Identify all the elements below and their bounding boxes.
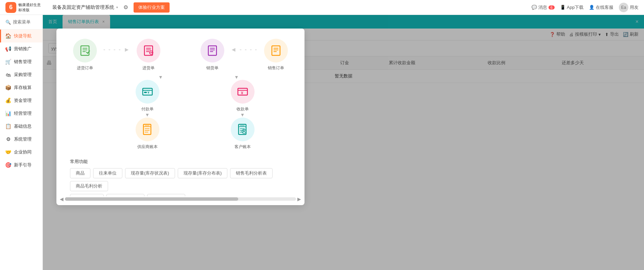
common-btn-payment-stats[interactable]: 付款情况统计	[147, 194, 185, 196]
common-btn-partner[interactable]: 往来单位	[93, 168, 122, 178]
sidebar-item-system[interactable]: ⚙ 系统管理	[0, 133, 42, 146]
logo-icon: 6	[5, 2, 16, 13]
arrow-down-sales: ▼	[225, 74, 248, 80]
flow-node-customer-ledger[interactable]: 客户账本	[231, 118, 255, 150]
payment-label: 付款单	[141, 106, 154, 112]
trial-button[interactable]: 体验行业方案	[134, 2, 170, 13]
system-icon: ⚙	[5, 136, 11, 142]
arrow-1: - - - - ►	[103, 46, 130, 53]
scroll-handle[interactable]	[65, 197, 238, 201]
message-icon: 💬	[532, 5, 537, 10]
flow-node-sales-order[interactable]: 销售订单	[264, 39, 288, 71]
receipt-circle: ¥	[231, 80, 255, 104]
sidebar-item-guide[interactable]: 🎯 新手引导	[0, 159, 42, 172]
sidebar-item-marketing[interactable]: 📢 营销推广	[0, 42, 42, 55]
sidebar-item-basic-info[interactable]: 📋 基础信息	[0, 120, 42, 133]
collab-icon: 🤝	[5, 149, 11, 155]
svg-rect-20	[144, 92, 147, 93]
sidebar-item-collab[interactable]: 🤝 企业协同	[0, 146, 42, 159]
common-btn-receipt-stats[interactable]: 收款情况统计	[106, 194, 144, 196]
modal-box: 进货订单 - - - - ► 进货单	[56, 29, 304, 205]
flow-node-purchase-slip[interactable]: 进货单	[137, 39, 160, 71]
modal-overlay[interactable]: 进货订单 - - - - ► 进货单	[43, 15, 644, 270]
purchase-slip-circle	[137, 39, 160, 62]
flow-node-payment[interactable]: ¥ 付款单	[136, 80, 159, 112]
scroll-right-arrow[interactable]: ▶	[297, 196, 301, 202]
common-btn-stock-status[interactable]: 现存量(库存状况表)	[125, 168, 175, 178]
arrow-down-payment: ▼	[136, 112, 159, 118]
svg-rect-33	[240, 125, 245, 126]
supplier-ledger-circle	[136, 118, 159, 141]
svg-rect-4	[144, 46, 153, 55]
customer-ledger-label: 客户账本	[234, 144, 251, 150]
sidebar: 🔍 搜索菜单 🏠 快捷导航 📢 营销推广 🛒 销售管理 🛍	[0, 15, 43, 270]
sidebar-item-finance[interactable]: 💰 资金管理	[0, 94, 42, 107]
purchase-order-circle	[73, 39, 97, 62]
purchase-order-label: 进货订单	[77, 65, 93, 71]
system-dropdown-icon[interactable]: ▾	[116, 5, 118, 9]
download-icon: 📱	[560, 5, 565, 10]
sales-order-circle	[264, 39, 288, 62]
purchase-icon: 🛍	[5, 72, 11, 78]
service-icon: 👤	[589, 5, 594, 10]
supplier-ledger-label: 供应商账本	[137, 144, 158, 150]
common-btn-sales-profit[interactable]: 销售毛利分析表	[230, 168, 273, 178]
top-right-area: 💬 消息 6 📱 App下载 👤 在线客服 Ea 用友	[532, 3, 639, 12]
flow-node-supplier-ledger[interactable]: 供应商账本	[136, 118, 159, 150]
common-buttons-row2: 销售排行榜 收款情况统计 付款情况统计	[70, 194, 291, 196]
finance-icon: 💰	[5, 97, 11, 104]
sidebar-search[interactable]: 🔍 搜索菜单	[0, 15, 42, 30]
guide-icon: 🎯	[5, 162, 11, 168]
arrow-down-purchase: ▼	[149, 74, 173, 80]
logo-text: 畅康通好生意 标准版	[18, 2, 41, 12]
scroll-track[interactable]	[65, 197, 296, 201]
home-icon: 🏠	[5, 33, 11, 39]
modal-scrollbar-row: ◀ ▶	[56, 196, 304, 205]
inventory-icon: 📦	[5, 85, 11, 91]
common-functions-section: 常用功能 商品 往来单位 现存量(库存状况表) 现存量(库存分布表) 销售毛利分…	[70, 155, 291, 196]
marketing-icon: 📢	[5, 46, 11, 52]
logo-area: 6 畅康通好生意 标准版	[5, 2, 48, 13]
sidebar-nav: 🏠 快捷导航 📢 营销推广 🛒 销售管理 🛍 采购管理 📦 库存核	[0, 30, 42, 270]
svg-rect-10	[208, 46, 216, 55]
message-badge: 6	[549, 5, 555, 10]
management-icon: 📊	[5, 110, 11, 116]
svg-rect-14	[272, 46, 280, 55]
arrow-down-receipt: ▼	[231, 112, 255, 118]
common-btn-sales-rank[interactable]: 销售排行榜	[70, 194, 104, 196]
avatar: Ea	[619, 3, 628, 12]
modal-content: 进货订单 - - - - ► 进货单	[56, 29, 304, 196]
search-icon: 🔍	[5, 20, 11, 25]
common-btn-goods-profit[interactable]: 商品毛利分析	[70, 181, 108, 191]
message-btn[interactable]: 💬 消息 6	[532, 4, 555, 11]
sidebar-item-management[interactable]: 📊 经营管理	[0, 107, 42, 120]
sales-slip-circle	[201, 39, 224, 62]
basic-info-icon: 📋	[5, 123, 11, 129]
purchase-slip-label: 进货单	[142, 65, 155, 71]
sidebar-item-purchase[interactable]: 🛍 采购管理	[0, 68, 42, 81]
sidebar-item-sales[interactable]: 🛒 销售管理	[0, 55, 42, 68]
flow-node-purchase-order[interactable]: 进货订单	[73, 39, 97, 71]
sidebar-item-quicknav[interactable]: 🏠 快捷导航	[0, 30, 42, 42]
online-service-btn[interactable]: 👤 在线客服	[589, 4, 613, 11]
sidebar-item-inventory[interactable]: 📦 库存核算	[0, 81, 42, 94]
user-area[interactable]: Ea 用友	[619, 3, 639, 12]
sales-slip-label: 销货单	[206, 65, 219, 71]
system-title: 装备及固定资产辅助管理系统 ▾	[52, 4, 118, 11]
flow-node-sales-slip[interactable]: 销货单	[201, 39, 224, 71]
common-btn-goods[interactable]: 商品	[70, 168, 90, 178]
receipt-label: 收款单	[237, 106, 249, 112]
flow-node-receipt[interactable]: ¥ 收款单	[231, 80, 255, 112]
arrow-2: ◄ - - - -	[230, 46, 258, 53]
customer-ledger-circle	[231, 118, 255, 141]
sales-icon: 🛒	[5, 59, 11, 65]
common-buttons-group: 商品 往来单位 现存量(库存状况表) 现存量(库存分布表) 销售毛利分析表 商品…	[70, 168, 291, 191]
scroll-left-arrow[interactable]: ◀	[60, 196, 64, 202]
common-btn-stock-dist[interactable]: 现存量(库存分布表)	[178, 168, 228, 178]
svg-rect-27	[145, 125, 150, 126]
payment-circle: ¥	[136, 80, 159, 104]
gear-icon[interactable]: ⚙	[122, 3, 129, 12]
app-download-btn[interactable]: 📱 App下载	[560, 4, 584, 11]
svg-text:¥: ¥	[147, 91, 150, 94]
sales-order-label: 销售订单	[268, 65, 284, 71]
